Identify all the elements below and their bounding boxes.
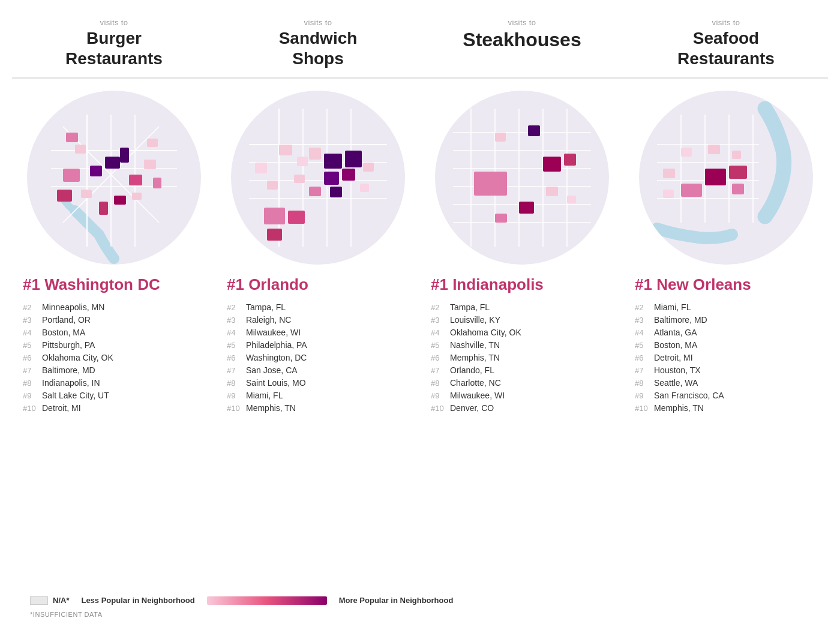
svg-rect-86 (663, 169, 675, 178)
list-item: #6Detroit, MI (635, 353, 823, 362)
list-item: #8Charlotte, NC (431, 378, 619, 388)
map-indianapolis (435, 91, 609, 265)
svg-rect-42 (297, 157, 308, 166)
list-item: #10Memphis, TN (227, 403, 415, 413)
city-list-sandwich: #2Tampa, FL #3Raleigh, NC #4Milwaukee, W… (221, 302, 415, 416)
list-item: #7San Jose, CA (227, 365, 415, 375)
visits-to-seafood: visits to (712, 18, 740, 27)
header-col-seafood: visits to Seafood Restaurants (624, 18, 828, 68)
svg-rect-46 (267, 181, 278, 190)
svg-rect-84 (681, 148, 692, 157)
svg-rect-85 (732, 151, 741, 159)
legend-na: N/A* (30, 596, 69, 605)
svg-rect-17 (114, 196, 126, 205)
svg-point-50 (435, 91, 609, 265)
category-title-sandwich: Sandwich Shops (279, 28, 358, 68)
svg-rect-23 (147, 139, 158, 147)
col-burger: #1 Washington DC #2Minneapolis, MN #3Por… (12, 91, 216, 416)
svg-rect-70 (567, 196, 576, 203)
category-title-seafood: Seafood Restaurants (677, 28, 775, 68)
list-item: #10Detroit, MI (23, 403, 211, 413)
svg-rect-45 (360, 184, 369, 192)
map-washington-dc (27, 91, 201, 265)
svg-rect-21 (153, 178, 161, 188)
svg-rect-82 (681, 184, 702, 197)
footnote: *INSUFFICIENT DATA (12, 611, 828, 618)
header-col-sandwich: visits to Sandwich Shops (216, 18, 420, 68)
svg-rect-10 (90, 166, 102, 176)
svg-rect-47 (255, 163, 267, 173)
list-item: #8Seattle, WA (635, 378, 823, 388)
svg-rect-40 (267, 229, 282, 241)
svg-rect-16 (57, 190, 72, 202)
list-item: #2Minneapolis, MN (23, 302, 211, 312)
list-item: #7Houston, TX (635, 365, 823, 375)
list-item: #9Miami, FL (227, 391, 415, 400)
svg-rect-19 (99, 202, 108, 215)
svg-rect-48 (309, 187, 321, 196)
list-item: #5Philadelphia, PA (227, 340, 415, 350)
svg-rect-81 (729, 166, 747, 179)
svg-rect-64 (543, 157, 561, 172)
map-orlando (231, 91, 405, 265)
city-list-burger: #2Minneapolis, MN #3Portland, OR #4Bosto… (17, 302, 211, 416)
svg-rect-49 (294, 175, 305, 183)
svg-rect-43 (309, 148, 321, 160)
svg-rect-35 (324, 172, 339, 185)
svg-rect-39 (288, 211, 305, 224)
svg-rect-33 (324, 154, 342, 169)
list-item: #4Milwaukee, WI (227, 328, 415, 337)
list-item: #6Oklahoma City, OK (23, 353, 211, 362)
legend-na-box (30, 596, 48, 605)
rank-one-indianapolis: #1 Indianapolis (425, 275, 544, 294)
svg-rect-34 (345, 151, 362, 167)
list-item: #4Oklahoma City, OK (431, 328, 619, 337)
list-item: #7Baltimore, MD (23, 365, 211, 375)
rank-one-washington: #1 Washington DC (17, 275, 160, 294)
list-item: #4Atlanta, GA (635, 328, 823, 337)
header-col-burger: visits to Burger Restaurants (12, 18, 216, 68)
svg-rect-44 (363, 163, 374, 172)
list-item: #3Baltimore, MD (635, 315, 823, 325)
svg-rect-63 (474, 172, 507, 196)
svg-rect-15 (144, 160, 156, 169)
list-item: #6Washington, DC (227, 353, 415, 362)
list-item: #3Portland, OR (23, 315, 211, 325)
svg-rect-11 (120, 148, 129, 163)
svg-rect-66 (519, 202, 534, 214)
legend-more-popular: More Popular in Neighborhood (339, 596, 454, 605)
svg-rect-67 (495, 214, 507, 223)
main-container: visits to Burger Restaurants visits to S… (0, 0, 840, 630)
rank-one-new-orleans: #1 New Orleans (629, 275, 751, 294)
list-item: #8Indianapolis, IN (23, 378, 211, 388)
list-item: #4Boston, MA (23, 328, 211, 337)
list-item: #9Milwaukee, WI (431, 391, 619, 400)
list-item: #3Louisville, KY (431, 315, 619, 325)
list-item: #5Pittsburgh, PA (23, 340, 211, 350)
svg-rect-18 (81, 190, 92, 198)
legend-less-popular: Less Popular in Neighborhood (81, 596, 194, 605)
visits-to-steak: visits to (508, 18, 536, 27)
col-seafood: #1 New Orleans #2Miami, FL #3Baltimore, … (624, 91, 828, 416)
visits-to-burger: visits to (100, 18, 128, 27)
list-item: #8Saint Louis, MO (227, 378, 415, 388)
category-title-burger: Burger Restaurants (65, 28, 163, 68)
visits-to-sandwich: visits to (304, 18, 332, 27)
svg-rect-41 (279, 145, 292, 155)
svg-rect-9 (105, 157, 120, 169)
legend-row: N/A* Less Popular in Neighborhood More P… (12, 584, 828, 611)
list-item: #2Tampa, FL (227, 302, 415, 312)
list-item: #3Raleigh, NC (227, 315, 415, 325)
list-item: #2Miami, FL (635, 302, 823, 312)
city-list-seafood: #2Miami, FL #3Baltimore, MD #4Atlanta, G… (629, 302, 823, 416)
legend-na-label: N/A* (53, 596, 69, 605)
rank-one-orlando: #1 Orlando (221, 275, 308, 294)
svg-point-24 (231, 91, 405, 265)
list-item: #6Memphis, TN (431, 353, 619, 362)
svg-rect-13 (129, 175, 142, 185)
col-sandwich: #1 Orlando #2Tampa, FL #3Raleigh, NC #4M… (216, 91, 420, 416)
list-item: #2Tampa, FL (431, 302, 619, 312)
svg-rect-80 (705, 169, 726, 185)
svg-rect-38 (264, 208, 285, 224)
list-item: #7Orlando, FL (431, 365, 619, 375)
